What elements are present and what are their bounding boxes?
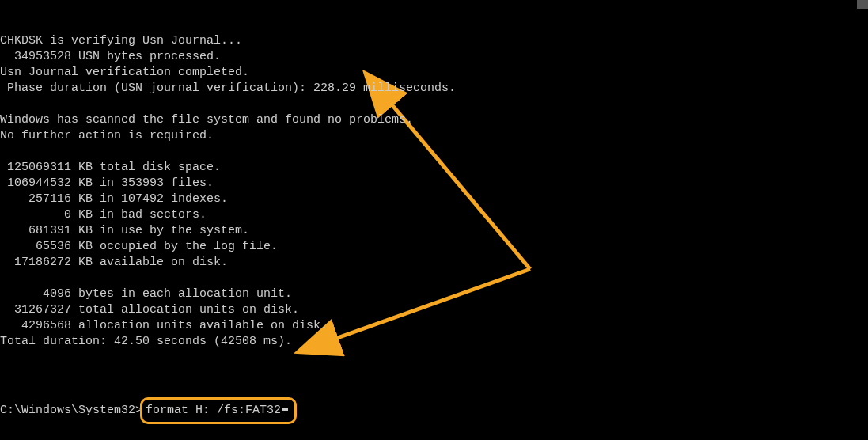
terminal-line: 0 KB in bad sectors. xyxy=(0,207,868,223)
terminal-line: 65536 KB occupied by the log file. xyxy=(0,239,868,255)
terminal-line xyxy=(0,144,868,160)
terminal-line: 106944532 KB in 353993 files. xyxy=(0,176,868,192)
terminal-line: Windows has scanned the file system and … xyxy=(0,112,868,128)
terminal-output[interactable]: CHKDSK is verifying Usn Journal... 34953… xyxy=(0,0,868,440)
terminal-line: Phase duration (USN journal verification… xyxy=(0,81,868,97)
terminal-line: 125069311 KB total disk space. xyxy=(0,160,868,176)
terminal-line xyxy=(0,97,868,112)
terminal-line: CHKDSK is verifying Usn Journal... xyxy=(0,33,868,49)
terminal-line: 17186272 KB available on disk. xyxy=(0,255,868,271)
terminal-line: 4096 bytes in each allocation unit. xyxy=(0,286,868,302)
terminal-line xyxy=(0,271,868,286)
command-highlight-box: format H: /fs:FAT32 xyxy=(140,397,297,424)
terminal-line: Usn Journal verification completed. xyxy=(0,65,868,81)
terminal-line xyxy=(0,350,868,366)
terminal-line: 681391 KB in use by the system. xyxy=(0,223,868,239)
terminal-line: 31267327 total allocation units on disk. xyxy=(0,302,868,318)
terminal-line: 4296568 allocation units available on di… xyxy=(0,318,868,334)
prompt-line: C:\Windows\System32> format H: /fs:FAT32 xyxy=(0,397,868,424)
terminal-line: 34953528 USN bytes processed. xyxy=(0,49,868,65)
terminal-line: Total duration: 42.50 seconds (42508 ms)… xyxy=(0,334,868,350)
text-cursor xyxy=(282,408,288,411)
typed-command: format H: /fs:FAT32 xyxy=(146,403,281,419)
terminal-line: 257116 KB in 107492 indexes. xyxy=(0,192,868,207)
terminal-line: No further action is required. xyxy=(0,128,868,144)
prompt-prefix: C:\Windows\System32> xyxy=(0,403,142,419)
